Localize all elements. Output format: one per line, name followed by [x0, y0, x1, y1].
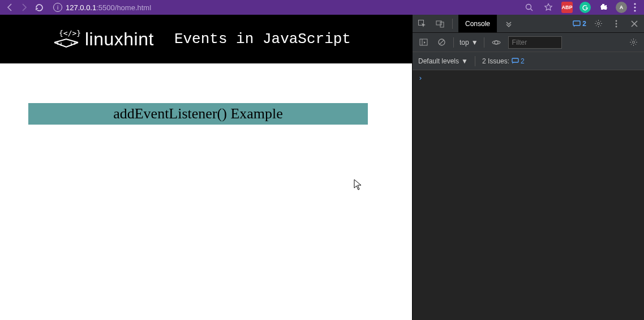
filter-field[interactable]: [508, 36, 562, 49]
svg-point-17: [616, 25, 617, 27]
bookmark-star-icon[interactable]: [542, 3, 555, 12]
svg-point-2: [634, 3, 636, 5]
more-tabs-icon[interactable]: [503, 20, 515, 28]
svg-rect-20: [420, 39, 427, 45]
console-body[interactable]: ›: [413, 70, 644, 320]
reload-button[interactable]: [31, 3, 48, 12]
abp-extension-icon[interactable]: ABP: [561, 2, 573, 13]
svg-line-23: [439, 40, 444, 45]
issues-label: 2 Issues:: [482, 57, 509, 65]
inspect-element-icon[interactable]: [416, 19, 428, 28]
device-toggle-icon[interactable]: [434, 19, 446, 28]
console-toolbar-2: Default levels ▼ 2 Issues: 2: [413, 52, 644, 70]
issues-count: 2: [521, 57, 525, 65]
svg-point-25: [632, 41, 634, 44]
console-settings-icon[interactable]: [627, 38, 639, 46]
svg-point-3: [634, 6, 636, 8]
issues-indicator[interactable]: 2 Issues: 2: [482, 57, 525, 65]
log-levels-selector[interactable]: Default levels ▼: [418, 57, 468, 65]
chevron-down-icon: ▼: [461, 57, 468, 65]
svg-point-14: [597, 23, 599, 25]
site-logo: {</>} linuxhint: [51, 28, 154, 50]
message-count-badge[interactable]: 2: [573, 20, 586, 28]
example-heading: addEventListener() Example: [28, 103, 368, 125]
devtools-settings-icon[interactable]: [592, 19, 604, 28]
svg-rect-11: [436, 21, 441, 25]
svg-rect-13: [573, 21, 580, 25]
svg-point-16: [616, 23, 617, 24]
tab-console[interactable]: Console: [458, 15, 497, 32]
page-header-title: Events in JavaScript: [174, 31, 351, 48]
devtools-panel: Console 2: [412, 15, 644, 320]
browser-address-bar: i 127.0.0.1:5500/home.html ABP A: [0, 0, 644, 15]
toolbar-right: ABP A: [518, 2, 641, 13]
devtools-tabstrip: Console 2: [413, 15, 644, 33]
svg-point-24: [495, 41, 498, 44]
url-text: 127.0.0.1:5500/home.html: [66, 3, 151, 12]
logo-text: linuxhint: [85, 29, 154, 50]
page-viewport: {</>} linuxhint Events in JavaScript add…: [0, 15, 412, 320]
zoom-icon[interactable]: [523, 3, 535, 12]
grammarly-extension-icon[interactable]: [579, 2, 591, 13]
extensions-icon[interactable]: [598, 2, 609, 13]
devtools-menu-icon[interactable]: [610, 20, 622, 28]
chrome-menu-icon[interactable]: [634, 3, 636, 12]
svg-line-1: [531, 9, 533, 11]
context-selector[interactable]: top ▼: [460, 39, 478, 46]
svg-point-0: [526, 5, 531, 10]
clear-console-icon[interactable]: [435, 38, 448, 46]
chevron-down-icon: ▼: [471, 39, 478, 46]
svg-point-15: [616, 20, 617, 22]
logo-mark-icon: {</>}: [51, 28, 81, 50]
svg-text:{</>}: {</>}: [59, 29, 81, 37]
context-label: top: [460, 39, 469, 46]
console-toolbar: top ▼: [413, 33, 644, 52]
page-body: addEventListener() Example: [0, 63, 412, 320]
levels-label: Default levels: [418, 57, 459, 65]
svg-rect-26: [512, 58, 518, 62]
console-sidebar-toggle-icon[interactable]: [417, 38, 430, 46]
address-field[interactable]: i 127.0.0.1:5500/home.html: [48, 3, 518, 12]
svg-point-4: [634, 10, 636, 11]
live-expression-icon[interactable]: [490, 38, 503, 47]
profile-avatar[interactable]: A: [616, 2, 627, 13]
site-header: {</>} linuxhint Events in JavaScript: [0, 15, 412, 63]
back-button[interactable]: [3, 3, 17, 12]
devtools-close-icon[interactable]: [628, 20, 641, 27]
forward-button[interactable]: [17, 3, 31, 12]
message-count-value: 2: [582, 20, 586, 28]
filter-input[interactable]: [508, 36, 562, 49]
console-prompt: ›: [418, 74, 423, 82]
site-info-icon[interactable]: i: [53, 3, 62, 12]
